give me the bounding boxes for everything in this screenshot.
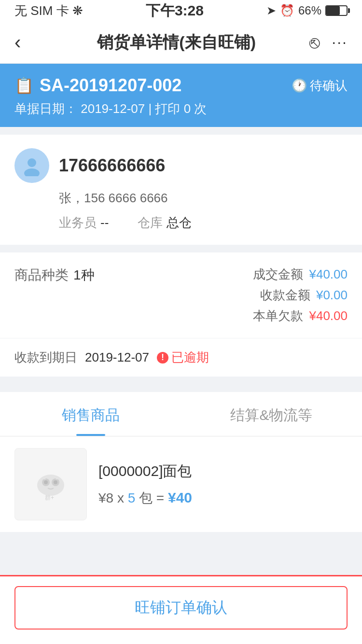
tabs-bar: 销售商品 结算&物流等 (0, 392, 362, 436)
order-status: 🕐 待确认 (292, 77, 348, 94)
order-date: 单据日期： 2019-12-07 | 打印 0 次 (14, 100, 348, 117)
battery-text: 66% (298, 4, 321, 17)
confirm-button-container: 旺铺订单确认 (0, 575, 362, 644)
status-right: ➤ ⏰ 66% (266, 4, 348, 17)
owed-label: 本单欠款 (253, 308, 303, 324)
status-bar: 无 SIM 卡 ❋ 下午3:28 ➤ ⏰ 66% (0, 0, 362, 21)
sim-label: 无 SIM 卡 ❋ (14, 2, 83, 19)
product-name: [0000002]面包 (98, 462, 348, 481)
quantity-value: 5 (128, 490, 136, 505)
nav-actions: ⎋ ··· (309, 32, 348, 53)
customer-meta: 业务员 -- 仓库 总仓 (14, 214, 348, 231)
svg-point-0 (28, 158, 36, 167)
warehouse-label: 仓库 (138, 214, 163, 231)
owed-value: ¥40.00 (309, 308, 348, 323)
warehouse-value: 总仓 (167, 214, 192, 231)
due-date-value: 2019-12-07 (85, 350, 149, 365)
tab-sales-products[interactable]: 销售商品 (0, 392, 181, 436)
svg-point-6 (54, 480, 57, 484)
clock-icon: 🕐 (292, 78, 307, 93)
product-price: ¥8 x 5 包 = ¥40 (98, 489, 348, 507)
svg-point-2 (37, 475, 64, 496)
share-icon[interactable]: ⎋ (309, 32, 320, 53)
deal-amount-value: ¥40.00 (309, 267, 348, 282)
customer-phone: 17666666666 (59, 155, 165, 176)
product-info: [0000002]面包 ¥8 x 5 包 = ¥40 (98, 462, 348, 507)
product-image: 群+ (14, 448, 87, 520)
order-banner: 📋 SA-20191207-002 🕐 待确认 单据日期： 2019-12-07… (0, 64, 362, 127)
svg-point-1 (24, 168, 40, 176)
product-type-label: 商品种类 (14, 266, 69, 284)
order-id: 📋 SA-20191207-002 (14, 75, 181, 96)
tab-settlement[interactable]: 结算&物流等 (181, 392, 362, 436)
deal-amount-label: 成交金额 (253, 266, 303, 283)
order-icon: 📋 (14, 76, 34, 95)
warning-icon: ! (157, 352, 168, 364)
svg-point-5 (44, 480, 48, 484)
battery-icon (325, 5, 348, 16)
received-value: ¥0.00 (316, 288, 348, 303)
due-label: 收款到期日 (14, 349, 77, 366)
due-date-row: 收款到期日 2019-12-07 ! 已逾期 (0, 338, 362, 377)
nav-bar: ‹ 销货单详情(来自旺铺) ⎋ ··· (0, 21, 362, 64)
divider-1 (0, 245, 362, 252)
sales-label: 业务员 (59, 214, 97, 231)
status-time: 下午3:28 (146, 1, 204, 21)
page-title: 销货单详情(来自旺铺) (97, 31, 256, 54)
sales-value: -- (100, 215, 109, 230)
overdue-badge: ! 已逾期 (157, 349, 209, 366)
overdue-text: 已逾期 (171, 349, 209, 366)
customer-name: 张，156 6666 6666 (14, 190, 348, 207)
avatar (14, 148, 49, 183)
back-button[interactable]: ‹ (14, 31, 43, 53)
svg-text:群+: 群+ (45, 494, 54, 501)
customer-card: 17666666666 张，156 6666 6666 业务员 -- 仓库 总仓 (0, 135, 362, 245)
product-list: 群+ [0000002]面包 ¥8 x 5 包 = ¥40 (0, 436, 362, 532)
product-type-value: 1种 (73, 266, 95, 284)
status-left: 无 SIM 卡 ❋ (14, 2, 83, 19)
product-item: 群+ [0000002]面包 ¥8 x 5 包 = ¥40 (14, 448, 348, 520)
divider-2 (0, 377, 362, 384)
received-label: 收款金额 (260, 287, 310, 304)
more-icon[interactable]: ··· (332, 33, 348, 51)
summary-card: 商品种类 1种 成交金额 ¥40.00 收款金额 ¥0.00 本单欠款 ¥40.… (0, 252, 362, 338)
total-price: ¥40 (168, 490, 192, 505)
confirm-order-button[interactable]: 旺铺订单确认 (14, 586, 348, 630)
unit-label: 包 (139, 490, 153, 505)
price-per-unit: ¥8 (98, 490, 113, 505)
location-icon: ➤ (266, 4, 276, 17)
alarm-icon: ⏰ (280, 4, 294, 17)
